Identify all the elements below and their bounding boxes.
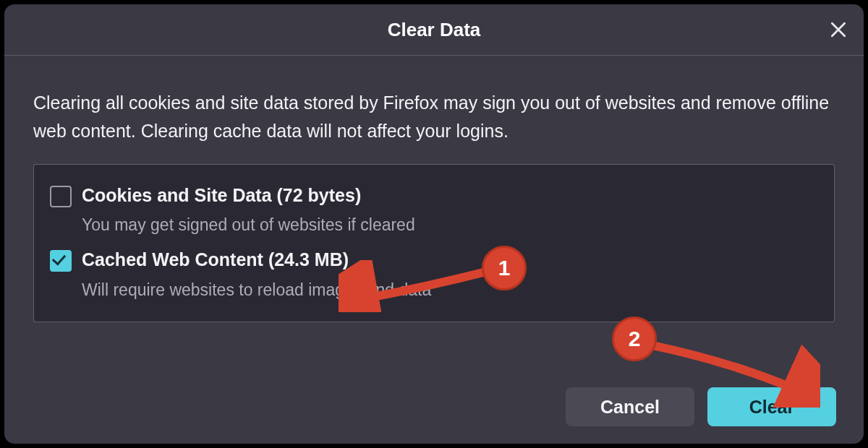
clear-data-dialog: Clear Data Clearing all cookies and site… <box>4 4 864 444</box>
close-icon <box>829 20 848 39</box>
dialog-title: Clear Data <box>388 19 481 41</box>
dialog-footer: Cancel Clear <box>566 387 836 426</box>
option-cookies[interactable]: Cookies and Site Data (72 bytes) You may… <box>50 184 818 236</box>
cancel-button[interactable]: Cancel <box>566 387 694 426</box>
cache-sublabel: Will require websites to reload images a… <box>82 280 431 300</box>
dialog-body: Clearing all cookies and site data store… <box>4 56 864 322</box>
cookies-label: Cookies and Site Data (72 bytes) <box>82 184 415 207</box>
clear-button[interactable]: Clear <box>707 387 836 426</box>
cookies-sublabel: You may get signed out of websites if cl… <box>82 215 415 235</box>
cache-label: Cached Web Content (24.3 MB) <box>82 248 431 272</box>
cache-checkbox[interactable] <box>50 250 72 272</box>
dialog-titlebar: Clear Data <box>4 4 864 55</box>
dialog-description: Clearing all cookies and site data store… <box>33 89 835 145</box>
option-cache[interactable]: Cached Web Content (24.3 MB) Will requir… <box>50 248 818 300</box>
annotation-badge-2: 2 <box>612 316 657 361</box>
cookies-checkbox[interactable] <box>50 186 72 207</box>
cookies-text: Cookies and Site Data (72 bytes) You may… <box>82 184 415 236</box>
options-panel: Cookies and Site Data (72 bytes) You may… <box>33 164 835 322</box>
close-button[interactable] <box>826 17 851 42</box>
cache-text: Cached Web Content (24.3 MB) Will requir… <box>82 248 431 300</box>
